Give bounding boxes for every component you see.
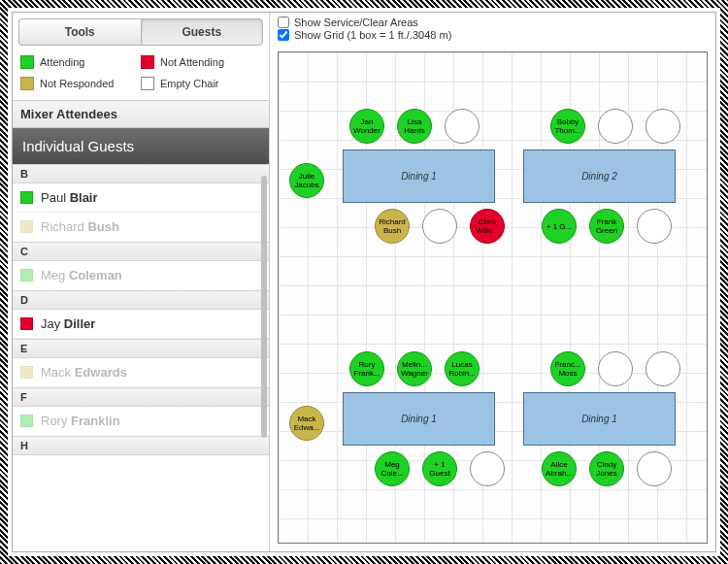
letter-header: B [13,164,269,183]
seat-occupied[interactable]: Franc... Moss [550,351,585,386]
seat-occupied[interactable]: Chris Willo... [470,209,505,244]
guest-name: Richard Bush [41,219,119,234]
letter-header: D [13,290,269,310]
letter-header: E [13,339,269,358]
tab-guests[interactable]: Guests [141,18,264,46]
guest-name: Paul Blair [41,190,98,205]
seat-occupied[interactable]: Frank Green [589,209,624,244]
guest-row[interactable]: Richard Bush [13,213,269,242]
show-grid-label: Show Grid (1 box = 1 ft./.3048 m) [294,29,451,41]
tab-tools[interactable]: Tools [18,18,141,46]
legend-label: Empty Chair [160,78,219,89]
legend-swatch-not-attending [141,55,154,69]
show-service-toggle[interactable]: Show Service/Clear Areas [278,17,708,28]
letter-header: F [13,387,269,407]
legend: Attending Not Attending Not Responded Em… [13,46,269,100]
seat-empty[interactable] [470,451,505,486]
seat-occupied[interactable]: Lucas Robin... [445,351,480,386]
guest-row[interactable]: Rory Franklin [13,407,269,436]
seat-occupied[interactable]: Mack Edwa... [289,406,324,441]
seat-occupied[interactable]: Cindy Jones [589,451,624,486]
seat-occupied[interactable]: Jan Wonder [349,109,384,144]
mixer-header: Mixer Attendees [13,100,269,128]
floorplan-canvas[interactable]: Show Service/Clear Areas Show Grid (1 bo… [270,13,715,551]
individual-guests-header[interactable]: Individual Guests [13,128,269,164]
seat-occupied[interactable]: + 1 G... [542,209,577,244]
seat-occupied[interactable]: Julie Jacobs [289,163,324,198]
seat-occupied[interactable]: Bobby Thom... [550,109,585,144]
status-dot [20,191,33,204]
seat-empty[interactable] [422,209,457,244]
status-dot [20,366,33,379]
guest-name: Meg Coleman [41,268,122,282]
sidebar: Tools Guests Attending Not Attending Not… [13,13,270,551]
guest-name: Jay Diller [41,316,95,331]
guest-name: Mack Edwards [41,365,127,380]
show-grid-toggle[interactable]: Show Grid (1 box = 1 ft./.3048 m) [278,29,708,41]
show-grid-checkbox[interactable] [278,29,289,41]
legend-swatch-empty [141,77,154,90]
seat-empty[interactable] [445,109,480,144]
status-dot [20,317,33,330]
legend-label: Not Responded [40,78,114,89]
letter-header: C [13,242,269,261]
seat-empty[interactable] [637,451,672,486]
status-dot [20,269,33,282]
seat-empty[interactable] [598,109,633,144]
seat-empty[interactable] [645,351,680,386]
scrollbar[interactable] [261,176,267,438]
show-service-checkbox[interactable] [278,17,289,28]
legend-swatch-attending [20,55,34,69]
seat-occupied[interactable]: Richard Bush [375,209,410,244]
guest-name: Rory Franklin [41,414,120,428]
seat-empty[interactable] [645,109,680,144]
seat-occupied[interactable]: Rory Frank... [349,351,384,386]
dining-table[interactable]: Dining 1 [343,149,495,203]
seat-occupied[interactable]: Melin... Wagner [397,351,432,386]
show-service-label: Show Service/Clear Areas [294,17,418,28]
seat-occupied[interactable]: + 1 Guest [422,451,457,486]
seat-empty[interactable] [598,351,633,386]
guest-row[interactable]: Jay Diller [13,310,269,339]
dining-table[interactable]: Dining 1 [523,392,676,446]
legend-label: Attending [40,56,84,68]
dining-table[interactable]: Dining 2 [523,149,676,203]
floor-grid[interactable]: Dining 1Dining 2Dining 1Dining 1Julie Ja… [278,51,708,544]
guest-row[interactable]: Mack Edwards [13,358,269,387]
guest-row[interactable]: Paul Blair [13,183,269,213]
status-dot [20,415,33,427]
legend-swatch-not-responded [20,77,34,90]
legend-label: Not Attending [160,56,224,68]
seat-occupied[interactable]: Meg Cole... [375,451,410,486]
seat-occupied[interactable]: Lisa Harris [397,109,432,144]
seat-occupied[interactable]: Alice Abrah... [542,451,577,486]
seat-empty[interactable] [637,209,672,244]
letter-header: H [13,436,269,455]
guest-row[interactable]: Meg Coleman [13,261,269,290]
guest-list: BPaul BlairRichard BushCMeg ColemanDJay … [13,164,269,551]
status-dot [20,220,33,233]
dining-table[interactable]: Dining 1 [343,392,495,446]
